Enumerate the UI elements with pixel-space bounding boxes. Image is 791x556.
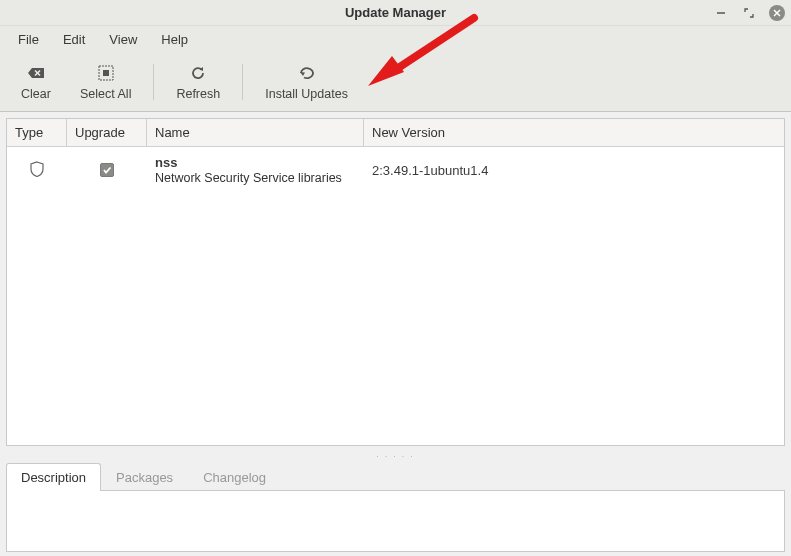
tab-description[interactable]: Description	[6, 463, 101, 491]
maximize-button[interactable]	[741, 5, 757, 21]
table-row[interactable]: nss Network Security Service libraries 2…	[7, 147, 784, 193]
table-header: Type Upgrade Name New Version	[7, 119, 784, 147]
column-upgrade[interactable]: Upgrade	[67, 119, 147, 146]
clear-button[interactable]: Clear	[6, 57, 66, 107]
menu-edit[interactable]: Edit	[53, 29, 95, 50]
package-version: 2:3.49.1-1ubuntu1.4	[372, 163, 488, 178]
titlebar: Update Manager	[0, 0, 791, 26]
tab-changelog[interactable]: Changelog	[188, 463, 281, 491]
svg-marker-8	[300, 72, 305, 76]
svg-rect-6	[103, 70, 109, 76]
upgrade-checkbox[interactable]	[100, 163, 114, 177]
column-version[interactable]: New Version	[364, 119, 784, 146]
select-all-icon	[98, 63, 114, 83]
minimize-button[interactable]	[713, 5, 729, 21]
select-all-button[interactable]: Select All	[66, 57, 145, 107]
refresh-button[interactable]: Refresh	[162, 57, 234, 107]
detail-pane	[6, 490, 785, 552]
clear-icon	[27, 63, 45, 83]
install-label: Install Updates	[265, 87, 348, 101]
window-controls	[713, 0, 785, 25]
detail-tabs: Description Packages Changelog	[6, 462, 785, 490]
menu-file[interactable]: File	[8, 29, 49, 50]
menu-view[interactable]: View	[99, 29, 147, 50]
updates-panel: Type Upgrade Name New Version nss Networ…	[6, 118, 785, 446]
status-bar: 1 update selected (1 MB)	[0, 552, 791, 556]
package-name: nss	[155, 155, 177, 170]
clear-label: Clear	[21, 87, 51, 101]
install-updates-button[interactable]: Install Updates	[251, 57, 362, 107]
menubar: File Edit View Help	[0, 26, 791, 52]
pane-resize-handle[interactable]: · · · · ·	[0, 452, 791, 462]
package-description: Network Security Service libraries	[155, 171, 342, 185]
column-name[interactable]: Name	[147, 119, 364, 146]
refresh-label: Refresh	[176, 87, 220, 101]
toolbar-separator	[153, 64, 154, 100]
column-type[interactable]: Type	[7, 119, 67, 146]
menu-help[interactable]: Help	[151, 29, 198, 50]
toolbar: Clear Select All Refresh Install Updates	[0, 52, 791, 112]
table-body[interactable]: nss Network Security Service libraries 2…	[7, 147, 784, 445]
close-button[interactable]	[769, 5, 785, 21]
window-title: Update Manager	[345, 5, 446, 20]
toolbar-separator	[242, 64, 243, 100]
shield-icon	[30, 161, 44, 180]
select-all-label: Select All	[80, 87, 131, 101]
tab-packages[interactable]: Packages	[101, 463, 188, 491]
refresh-icon	[190, 63, 206, 83]
install-icon	[298, 63, 316, 83]
